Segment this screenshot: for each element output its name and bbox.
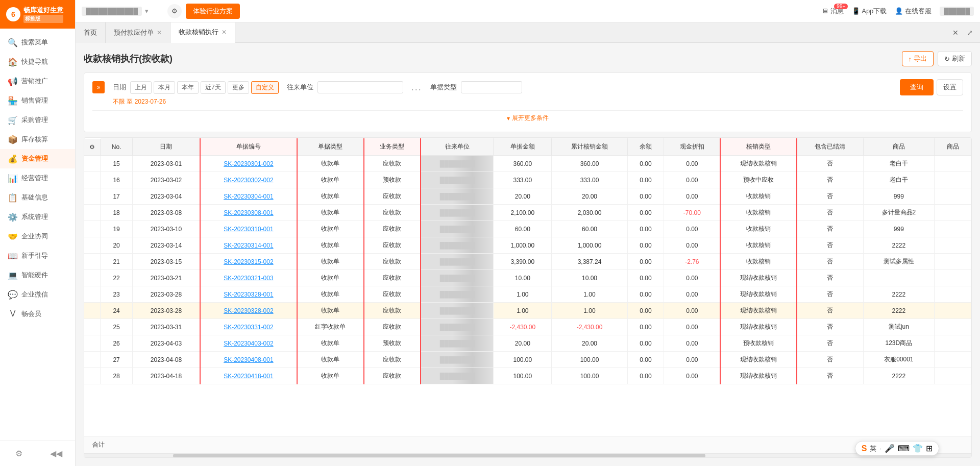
sidebar-item-inventory[interactable]: 📦 库存核算 <box>0 130 75 149</box>
tab-collection-close-icon[interactable]: ✕ <box>222 29 227 36</box>
table-cell[interactable]: SK-20230314-001 <box>200 237 297 254</box>
col-header-goods2: 商品 <box>935 138 971 156</box>
table-cell: 否 <box>797 205 863 221</box>
topbar-right: 🖥 消息 99+ 📱 App下载 👤 在线客服 ██████ <box>822 7 974 16</box>
col-header-partner: 往来单位 <box>421 138 494 156</box>
solution-button[interactable]: 体验行业方案 <box>186 4 240 19</box>
logo-badge: 标推版 <box>23 15 63 23</box>
table-cell: 否 <box>797 368 863 384</box>
sidebar-item-basics[interactable]: 📋 基础信息 <box>0 188 75 207</box>
table-cell[interactable]: SK-20230328-002 <box>200 303 297 319</box>
table-cell[interactable]: SK-20230403-002 <box>200 335 297 352</box>
date-this-month[interactable]: 本月 <box>154 81 175 94</box>
ime-shirt-icon[interactable]: 👕 <box>913 444 923 453</box>
table-cell: 0.00 <box>664 286 721 303</box>
sidebar-item-search[interactable]: 🔍 搜索菜单 <box>0 33 75 52</box>
table-cell[interactable]: SK-20230418-001 <box>200 368 297 384</box>
sidebar-item-label: 快捷导航 <box>21 57 48 66</box>
table-cell: 收款单 <box>297 172 364 188</box>
table-cell[interactable]: SK-20230310-001 <box>200 221 297 237</box>
filter-settings-button[interactable]: 设置 <box>937 79 963 95</box>
table-cell[interactable]: SK-20230308-001 <box>200 205 297 221</box>
ime-mic-icon[interactable]: 🎤 <box>885 444 895 453</box>
ime-keyboard-icon[interactable]: ⌨ <box>898 444 910 453</box>
sidebar-item-sales[interactable]: 🏪 销售管理 <box>0 91 75 110</box>
date-range-display: 不限 至 2023-07-26 <box>113 97 166 106</box>
filter-dots: ... <box>411 82 422 93</box>
sidebar-item-label: 企业微信 <box>21 290 48 299</box>
table-cell[interactable]: SK-20230328-001 <box>200 286 297 303</box>
date-custom[interactable]: 自定义 <box>251 81 279 94</box>
col-header-settings[interactable]: ⚙ <box>84 138 101 156</box>
filter-expand-button[interactable]: » <box>92 81 105 93</box>
tab-close-all-button[interactable]: ✕ <box>949 27 962 39</box>
sidebar-item-hardware[interactable]: 💻 智能硬件 <box>0 265 75 285</box>
table-cell <box>84 237 101 254</box>
expand-more-button[interactable]: ▾ 展开更多条件 <box>92 110 963 126</box>
collab-icon: 🤝 <box>8 232 17 241</box>
user-info[interactable]: ██████ <box>940 7 974 16</box>
table-cell: 100.00 <box>494 352 552 368</box>
table-cell: 0.00 <box>627 205 664 221</box>
table-cell[interactable]: SK-20230301-002 <box>200 156 297 172</box>
tab-fullscreen-button[interactable]: ⤢ <box>964 27 976 39</box>
tab-advance[interactable]: 预付款应付单 ✕ <box>106 22 170 43</box>
data-table: ⚙ No. 日期 单据编号 单据类型 业务类型 往来单位 单据金额 累计核销金额… <box>84 138 971 384</box>
table-cell: 2023-03-31 <box>133 319 200 335</box>
table-cell[interactable]: SK-20230315-002 <box>200 254 297 270</box>
doc-type-select[interactable] <box>461 81 522 93</box>
column-settings-icon[interactable]: ⚙ <box>89 143 95 151</box>
sidebar-item-member[interactable]: V 畅会员 <box>0 304 75 324</box>
table-cell <box>84 352 101 368</box>
query-button[interactable]: 查询 <box>900 79 934 95</box>
table-cell: 测试jun <box>863 319 935 335</box>
topbar-gear-button[interactable]: ⚙ <box>167 4 182 18</box>
table-cell <box>935 319 971 335</box>
date-option-buttons: 上月 本月 本年 近7天 更多 自定义 <box>130 81 279 94</box>
table-cell: 123D商品 <box>863 335 935 352</box>
date-last-month[interactable]: 上月 <box>130 81 152 94</box>
sidebar-collapse-icon[interactable]: ◀◀ <box>48 446 64 461</box>
partner-input[interactable] <box>317 81 403 93</box>
app-download-button[interactable]: 📱 App下载 <box>852 7 887 16</box>
horizontal-scrollbar[interactable] <box>84 453 971 457</box>
ime-apps-icon[interactable]: ⊞ <box>926 444 933 453</box>
table-cell: 999 <box>863 188 935 205</box>
refresh-button[interactable]: ↻ 刷新 <box>938 51 972 66</box>
table-cell[interactable]: SK-20230304-001 <box>200 188 297 205</box>
table-cell: 0.00 <box>627 221 664 237</box>
sidebar-item-quicknav[interactable]: 🏠 快捷导航 <box>0 52 75 71</box>
ime-lang-button[interactable]: 英 <box>870 444 876 453</box>
tab-advance-close-icon[interactable]: ✕ <box>157 29 162 36</box>
table-cell: 0.00 <box>664 270 721 286</box>
table-cell[interactable]: SK-20230408-001 <box>200 352 297 368</box>
tab-collection[interactable]: 收款核销执行 ✕ <box>170 22 235 43</box>
sidebar-item-wechat[interactable]: 💬 企业微信 <box>0 285 75 304</box>
table-scroll-area[interactable]: ⚙ No. 日期 单据编号 单据类型 业务类型 往来单位 单据金额 累计核销金额… <box>84 138 971 436</box>
sidebar-settings-icon[interactable]: ⚙ <box>11 446 27 461</box>
table-cell[interactable]: SK-20230321-003 <box>200 270 297 286</box>
tab-home[interactable]: 首页 <box>76 22 106 43</box>
messages-button[interactable]: 🖥 消息 99+ <box>822 7 844 16</box>
export-button[interactable]: ↑ 导出 <box>902 51 934 66</box>
sidebar-item-finance[interactable]: 💰 资金管理 <box>0 149 75 168</box>
table-cell: 应收款 <box>364 270 421 286</box>
table-cell[interactable]: SK-20230302-002 <box>200 172 297 188</box>
scrollbar-thumb[interactable] <box>173 454 705 458</box>
date-more[interactable]: 更多 <box>228 81 249 94</box>
sidebar-item-system[interactable]: ⚙️ 系统管理 <box>0 207 75 227</box>
doc-type-filter-section: 单据类型 <box>430 81 522 93</box>
table-cell[interactable]: SK-20230331-002 <box>200 319 297 335</box>
date-this-year[interactable]: 本年 <box>177 81 199 94</box>
ime-toolbar[interactable]: S 英 · 🎤 ⌨ 👕 ⊞ <box>855 441 939 456</box>
sidebar-item-operations[interactable]: 📊 经营管理 <box>0 168 75 188</box>
date-7days[interactable]: 近7天 <box>201 81 226 94</box>
sidebar-item-collab[interactable]: 🤝 企业协同 <box>0 227 75 246</box>
table-cell <box>84 221 101 237</box>
sidebar-item-guide[interactable]: 📖 新手引导 <box>0 246 75 265</box>
sidebar-item-marketing[interactable]: 📢 营销推广 <box>0 71 75 91</box>
table-cell <box>84 286 101 303</box>
col-header-date: 日期 <box>133 138 200 156</box>
sidebar-item-purchase[interactable]: 🛒 采购管理 <box>0 110 75 130</box>
online-service-button[interactable]: 👤 在线客服 <box>895 7 932 16</box>
